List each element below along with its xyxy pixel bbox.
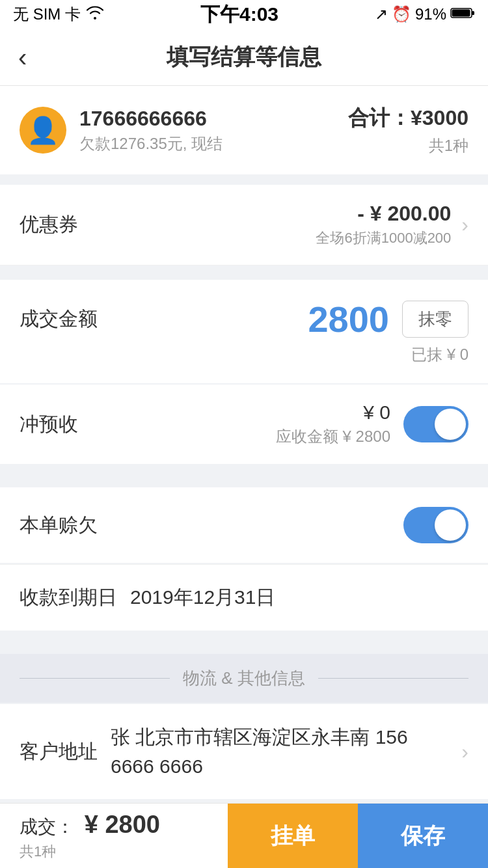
due-date-label: 收款到期日 xyxy=(20,584,117,611)
prepay-amount: ¥ 0 xyxy=(276,401,390,424)
deal-amount-label: 成交金额 xyxy=(20,306,98,332)
wifi-icon xyxy=(86,5,104,23)
divider-2 xyxy=(0,464,488,477)
sim-text: 无 SIM 卡 xyxy=(13,4,81,25)
status-left: 无 SIM 卡 xyxy=(13,4,104,25)
address-label: 客户地址 xyxy=(20,739,98,765)
debt-toggle[interactable] xyxy=(403,507,468,543)
coupon-row[interactable]: 优惠券 - ¥ 200.00 全场6折满1000减200 › xyxy=(0,185,488,265)
hold-button[interactable]: 挂单 xyxy=(228,804,358,869)
alarm-icon: ⏰ xyxy=(392,5,411,23)
deal-amount-sub: 已抹 ¥ 0 xyxy=(20,344,468,365)
deal-amount-value: 2800 xyxy=(308,298,389,340)
prepay-receivable: 应收金额 ¥ 2800 xyxy=(276,426,390,447)
customer-left: 👤 17666666666 欠款1276.35元, 现结 xyxy=(20,107,223,154)
location-icon: ↗ xyxy=(375,5,388,23)
avatar-icon: 👤 xyxy=(27,115,59,146)
section-header: 物流 & 其他信息 xyxy=(0,654,488,703)
customer-info: 17666666666 欠款1276.35元, 现结 xyxy=(79,107,223,154)
amount-row: 成交金额 2800 抹零 xyxy=(20,298,468,340)
back-button[interactable]: ‹ xyxy=(18,44,27,70)
save-button[interactable]: 保存 xyxy=(358,804,488,869)
coupon-right-col: - ¥ 200.00 全场6折满1000减200 xyxy=(316,202,451,248)
amount-section: 成交金额 2800 抹零 已抹 ¥ 0 xyxy=(0,280,488,383)
coupon-label: 优惠券 xyxy=(20,211,78,238)
divider-1 xyxy=(0,267,488,280)
customer-phone: 17666666666 xyxy=(79,107,223,131)
status-bar: 无 SIM 卡 下午4:03 ↗ ⏰ 91% xyxy=(0,0,488,29)
svg-rect-1 xyxy=(472,11,474,15)
nav-bar: ‹ 填写结算等信息 xyxy=(0,29,488,86)
page-title: 填写结算等信息 xyxy=(167,42,321,72)
customer-card: 👤 17666666666 欠款1276.35元, 现结 合计：¥3000 共1… xyxy=(0,86,488,174)
status-time: 下午4:03 xyxy=(200,1,278,28)
customer-debt: 欠款1276.35元, 现结 xyxy=(79,133,223,154)
svg-rect-2 xyxy=(452,10,470,17)
bottom-deal-row: 成交： ¥ 2800 xyxy=(20,811,208,839)
avatar: 👤 xyxy=(20,107,66,154)
coupon-amount: - ¥ 200.00 xyxy=(316,202,451,226)
address-value: 张 北京市市辖区海淀区永丰南 156 6666 6666 xyxy=(111,722,455,781)
due-date-value: 2019年12月31日 xyxy=(130,584,275,611)
coupon-chevron-icon: › xyxy=(461,213,468,237)
section-header-text: 物流 & 其他信息 xyxy=(183,667,305,690)
amount-right: 2800 抹零 xyxy=(308,298,468,340)
battery-icon xyxy=(450,5,475,23)
prepay-toggle[interactable] xyxy=(403,406,468,442)
due-date-section: 收款到期日 2019年12月31日 xyxy=(0,564,488,631)
debt-label: 本单赊欠 xyxy=(20,512,98,539)
divider-3 xyxy=(0,631,488,644)
bottom-deal-label: 成交： xyxy=(20,817,74,837)
round-button[interactable]: 抹零 xyxy=(402,301,468,338)
total-count: 共1种 xyxy=(348,135,468,156)
bottom-bar: 成交： ¥ 2800 共1种 挂单 保存 xyxy=(0,803,488,868)
header-line-left xyxy=(20,678,170,679)
prepay-row: 冲预收 ¥ 0 应收金额 ¥ 2800 xyxy=(0,385,488,464)
status-right: ↗ ⏰ 91% xyxy=(375,5,475,23)
debt-section: 本单赊欠 xyxy=(0,487,488,563)
total-amount: 合计：¥3000 xyxy=(348,104,468,133)
toggle-knob xyxy=(435,409,466,440)
coupon-desc: 全场6折满1000减200 xyxy=(316,228,451,248)
bottom-summary: 成交： ¥ 2800 共1种 xyxy=(0,811,228,861)
prepay-right: ¥ 0 应收金额 ¥ 2800 xyxy=(276,401,468,447)
address-section[interactable]: 客户地址 张 北京市市辖区海淀区永丰南 156 6666 6666 › xyxy=(0,704,488,799)
bottom-count: 共1种 xyxy=(20,842,208,861)
customer-right: 合计：¥3000 共1种 xyxy=(348,104,468,156)
bottom-deal-amount: ¥ 2800 xyxy=(85,811,160,838)
address-chevron-icon: › xyxy=(461,740,468,764)
prepay-col: ¥ 0 应收金额 ¥ 2800 xyxy=(276,401,390,447)
battery-text: 91% xyxy=(415,5,446,23)
debt-toggle-knob xyxy=(435,509,466,541)
prepay-label: 冲预收 xyxy=(20,411,78,438)
header-line-right xyxy=(318,678,468,679)
